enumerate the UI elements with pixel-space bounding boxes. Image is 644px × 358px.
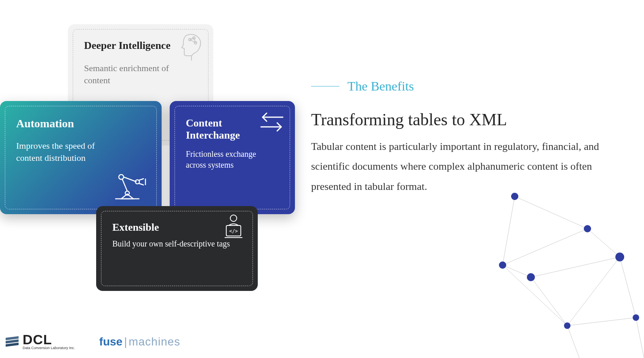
card-desc: Improves the speed of content distributi…	[16, 140, 113, 164]
svg-point-9	[119, 175, 124, 179]
svg-point-36	[564, 322, 570, 329]
card-extensible: Extensible Build your own self-descripti…	[96, 206, 258, 291]
cards-cluster: Deeper Intelligence Semantic enrichment …	[0, 24, 307, 307]
svg-line-23	[503, 229, 587, 265]
svg-line-30	[503, 196, 515, 265]
svg-point-37	[633, 314, 639, 321]
fuse-logo-light: machines	[128, 335, 180, 348]
svg-line-20	[620, 257, 636, 318]
dcl-mark-icon	[4, 334, 20, 350]
svg-text:</>: </>	[229, 228, 238, 234]
footer-logos: DCL Data Conversion Laboratory Inc. fuse…	[4, 333, 180, 350]
section-heading: Transforming tables to XML	[311, 110, 602, 129]
eyebrow-line	[311, 86, 339, 86]
svg-point-33	[615, 253, 624, 261]
network-decoration-icon	[394, 188, 644, 358]
fuse-logo-bold: fuse	[99, 335, 123, 348]
svg-point-34	[499, 261, 506, 269]
eyebrow: The Benefits	[311, 79, 602, 94]
brain-head-icon	[178, 32, 206, 63]
fuse-logo-separator: |	[122, 335, 128, 348]
card-automation: Automation Improves the speed of content…	[0, 101, 162, 214]
svg-line-22	[503, 265, 567, 326]
dcl-logo-text: DCL	[23, 333, 75, 346]
svg-line-18	[515, 196, 587, 229]
svg-point-32	[584, 225, 591, 232]
svg-line-25	[531, 277, 567, 326]
eyebrow-text: The Benefits	[347, 79, 414, 94]
svg-line-10	[124, 177, 137, 182]
svg-line-8	[122, 179, 127, 191]
svg-marker-38	[6, 336, 19, 340]
card-title-line: Interchange	[186, 129, 240, 141]
dcl-logo: DCL Data Conversion Laboratory Inc.	[4, 333, 75, 350]
text-column: The Benefits Transforming tables to XML …	[311, 79, 602, 196]
svg-marker-39	[6, 339, 19, 343]
svg-line-29	[636, 318, 644, 358]
svg-line-28	[567, 326, 579, 358]
svg-line-27	[567, 318, 636, 326]
card-desc: Build your own self-descriptive tags	[112, 238, 234, 249]
card-desc: Frictionless exchange across systems	[186, 149, 271, 171]
developer-icon: </>	[221, 213, 246, 242]
svg-line-24	[503, 265, 531, 277]
dcl-logo-subtext: Data Conversion Laboratory Inc.	[23, 346, 75, 350]
card-title: Automation	[16, 117, 145, 130]
fusemachines-logo: fuse|machines	[99, 335, 181, 348]
svg-point-35	[527, 273, 535, 281]
section-body: Tabular content is particularly importan…	[311, 137, 602, 196]
svg-marker-40	[6, 343, 19, 347]
robot-arm-icon	[113, 170, 149, 204]
card-title-line: Content	[186, 117, 222, 129]
svg-line-19	[587, 229, 620, 257]
card-desc: Semantic enrichment of content	[84, 62, 189, 86]
card-content-interchange: Content Interchange Frictionless exchang…	[170, 101, 295, 214]
svg-point-31	[511, 193, 518, 200]
svg-point-14	[230, 215, 237, 221]
arrows-exchange-icon	[258, 112, 286, 134]
